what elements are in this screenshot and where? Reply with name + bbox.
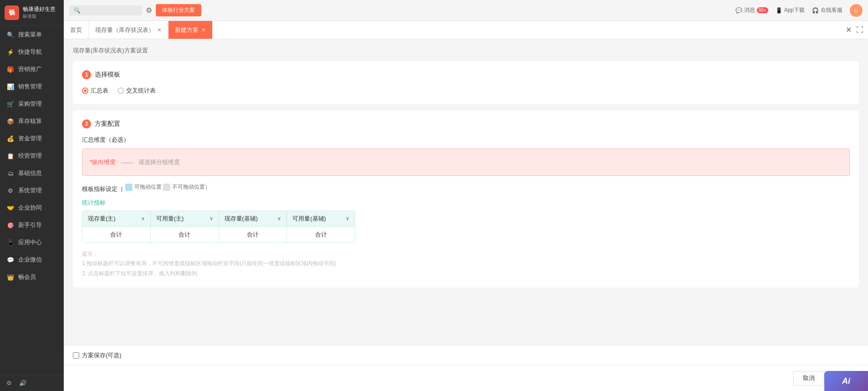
sidebar-item-quick-nav[interactable]: ⚡ 快捷导航	[0, 43, 64, 61]
tab-home[interactable]: 首页	[64, 21, 89, 39]
operation-icon: 📋	[6, 152, 15, 160]
radio-summary[interactable]: 汇总表	[82, 87, 108, 95]
dimension-area[interactable]: *纵向维度 —— 请选择分组维度	[82, 149, 850, 176]
tab-inventory-status[interactable]: 现存量（库存状况表） ✕	[89, 21, 168, 39]
stats-col-1[interactable]: 可用量(主) ∨	[151, 211, 219, 226]
expand-icon[interactable]: ⛶	[856, 26, 863, 34]
marketing-icon: 🎁	[6, 65, 15, 73]
home-tab-label: 首页	[70, 26, 82, 34]
stats-table: 现存量(主) ∨ 可用量(主) ∨ 现存量(基辅) ∨ 可用量(基辅) ∨	[82, 211, 355, 243]
headphone-icon: 🎧	[812, 7, 819, 14]
sidebar-item-label: 资金管理	[18, 134, 42, 143]
message-icon: 💬	[735, 7, 742, 14]
step2-title: 方案配置	[95, 120, 120, 128]
sidebar-item-label: 系统管理	[18, 186, 42, 195]
non-draggable-box-icon	[163, 184, 170, 191]
message-badge: 99+	[757, 7, 768, 13]
sidebar-item-label: 新手引导	[18, 221, 42, 229]
sidebar-item-sales[interactable]: 📊 销售管理	[0, 78, 64, 95]
customer-service-button[interactable]: 🎧 在线客服	[812, 6, 842, 14]
gear-icon[interactable]: ⚙	[146, 6, 152, 15]
sidebar-item-label: 应用中心	[18, 238, 42, 247]
topbar-search[interactable]: 🔍	[69, 5, 142, 15]
wechat-icon: 💬	[6, 256, 15, 264]
sidebar-bottom[interactable]: ⚙ 🔊	[0, 375, 64, 391]
dimension-section-label: 汇总维度（必选）	[82, 136, 850, 144]
stats-title: 统计指标	[82, 199, 850, 207]
close-icon[interactable]: ✕	[846, 26, 852, 34]
search-icon: 🔍	[6, 31, 15, 39]
sidebar-item-basic[interactable]: 🗂 基础信息	[0, 165, 64, 182]
purchase-icon: 🛒	[6, 100, 15, 108]
stats-data-3: 合计	[287, 227, 355, 242]
sidebar-item-enterprise[interactable]: 🤝 企业协同	[0, 199, 64, 216]
sidebar-item-inventory[interactable]: 📦 库存核算	[0, 113, 64, 130]
sidebar-item-label: 采购管理	[18, 100, 42, 108]
inventory-icon: 📦	[6, 117, 15, 125]
save-label: 方案保存(可选)	[82, 351, 122, 360]
cancel-button[interactable]: 取消	[793, 371, 824, 386]
dimension-placeholder: 请选择分组维度	[138, 158, 180, 166]
industry-plan-button[interactable]: 体验行业方案	[156, 4, 201, 16]
basic-icon: 🗂	[6, 169, 15, 177]
step1-badge: 1	[82, 70, 91, 79]
save-checkbox[interactable]	[73, 352, 79, 359]
stats-col-3[interactable]: 可用量(基辅) ∨	[287, 211, 355, 226]
hint-1: 1.拖动标题栏可以调整布局，不可跨维度或指标区域拖动栏目字段(只能在同一维度或指…	[82, 259, 850, 269]
sidebar-item-wechat[interactable]: 💬 企业微信	[0, 251, 64, 268]
tabbar: 首页 现存量（库存状况表） ✕ 新建方案 ✕ ✕ ⛶	[64, 21, 868, 39]
inventory-status-tab-label: 现存量（库存状况表）	[95, 26, 154, 34]
radio-cross-dot	[117, 87, 124, 94]
tab-new-plan[interactable]: 新建方案 ✕	[168, 21, 213, 39]
sidebar-item-finance[interactable]: 💰 资金管理	[0, 130, 64, 147]
stats-data-2: 合计	[219, 227, 287, 242]
sidebar-item-label: 基础信息	[18, 169, 42, 177]
newbie-icon: 🎯	[6, 221, 15, 229]
indicator-settings: 模板指标设定（ 可拖动位置 不可拖动位置）	[82, 183, 850, 193]
stats-col-0-label: 现存量(主)	[88, 215, 116, 223]
sidebar: 畅 畅康通好生意 标准版 🔍 搜索菜单 ⚡ 快捷导航 🎁 营销推广 📊 销售管理…	[0, 0, 64, 391]
user-avatar[interactable]: U	[850, 4, 863, 17]
chevron-3-icon: ∨	[346, 216, 349, 221]
hint-2: 2. 点击标题栏下拉可设置排序、插入列和删除列	[82, 269, 850, 279]
sidebar-item-member[interactable]: 👑 畅会员	[0, 268, 64, 286]
app-name: 畅康通好生意	[23, 6, 56, 13]
main-area: 🔍 ⚙ 体验行业方案 💬 消息 99+ 📱 App下载 🎧 在线客服 U 首页	[64, 0, 868, 391]
sidebar-item-operation[interactable]: 📋 经营管理	[0, 147, 64, 165]
sidebar-item-newbie[interactable]: 🎯 新手引导	[0, 216, 64, 234]
sidebar-item-system[interactable]: ⚙ 系统管理	[0, 182, 64, 199]
radio-cross[interactable]: 交叉统计表	[117, 87, 156, 95]
hint-label: 提示：	[82, 249, 850, 259]
customer-service-label: 在线客服	[821, 6, 842, 14]
ai-fab-button[interactable]: Ai	[824, 371, 868, 391]
stats-col-2[interactable]: 现存量(基辅) ∨	[219, 211, 287, 226]
audio-icon[interactable]: 🔊	[19, 380, 26, 386]
radio-summary-dot	[82, 87, 88, 94]
app-icon: 📱	[776, 7, 782, 14]
chevron-2-icon: ∨	[277, 216, 281, 221]
apps-icon: 📱	[6, 238, 15, 247]
sidebar-item-marketing[interactable]: 🎁 营销推广	[0, 61, 64, 78]
finance-icon: 💰	[6, 134, 15, 143]
inventory-status-tab-close[interactable]: ✕	[157, 27, 162, 33]
sidebar-item-search[interactable]: 🔍 搜索菜单	[0, 26, 64, 43]
step1-card: 1 选择模板 汇总表 交叉统计表	[73, 61, 859, 104]
sidebar-logo: 畅 畅康通好生意 标准版	[0, 0, 64, 26]
non-draggable-label: 不可拖动位置）	[172, 183, 210, 191]
app-download-button[interactable]: 📱 App下载	[776, 6, 805, 14]
sidebar-item-purchase[interactable]: 🛒 采购管理	[0, 95, 64, 113]
step1-title: 选择模板	[95, 71, 120, 79]
sidebar-item-label: 库存核算	[18, 117, 42, 125]
radio-summary-label: 汇总表	[91, 87, 108, 95]
settings-icon[interactable]: ⚙	[6, 380, 12, 386]
step2-header: 2 方案配置	[82, 119, 850, 129]
enterprise-icon: 🤝	[6, 204, 15, 212]
new-plan-tab-close[interactable]: ✕	[201, 27, 206, 33]
stats-col-0[interactable]: 现存量(主) ∨	[82, 211, 151, 226]
radio-cross-label: 交叉统计表	[126, 87, 156, 95]
stats-data-1: 合计	[151, 227, 219, 242]
sales-icon: 📊	[6, 82, 15, 91]
sidebar-item-apps[interactable]: 📱 应用中心	[0, 234, 64, 251]
message-button[interactable]: 💬 消息 99+	[735, 6, 768, 14]
template-radio-group: 汇总表 交叉统计表	[82, 87, 850, 95]
